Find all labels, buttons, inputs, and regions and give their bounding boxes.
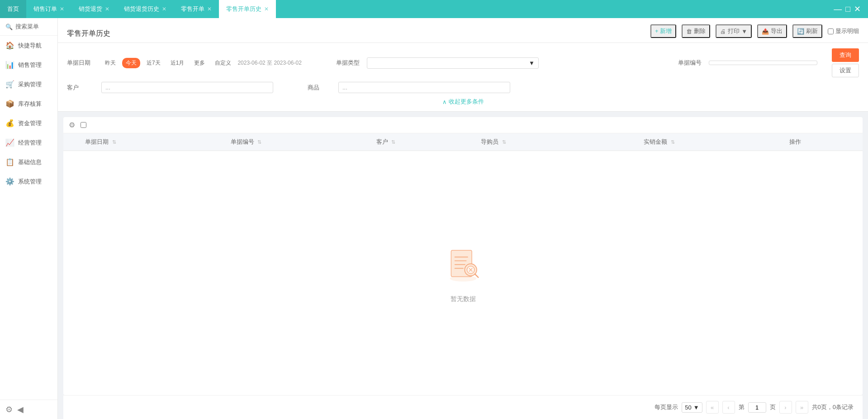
date-btn-1month[interactable]: 近1月 [167, 58, 188, 68]
sidebar-item-basic-info[interactable]: 📋 基础信息 [0, 152, 57, 172]
select-all-checkbox[interactable] [81, 122, 86, 128]
sidebar-bottom: ⚙ ◀ [0, 400, 57, 419]
tab-retail-open-label: 零售开单 [181, 5, 204, 13]
sidebar-item-sales-mgmt[interactable]: 📊 销售管理 [0, 55, 57, 75]
refresh-button[interactable]: 🔄 刷新 [792, 24, 822, 38]
date-btn-7days[interactable]: 近7天 [143, 58, 164, 68]
display-detail-checkbox[interactable] [828, 28, 834, 34]
date-btn-custom[interactable]: 自定义 [211, 58, 235, 68]
display-detail-toggle[interactable]: 显示明细 [828, 27, 859, 35]
pagination-last-btn[interactable]: » [796, 401, 808, 414]
pagination-total: 共0页，0条记录 [812, 403, 854, 411]
col-date[interactable]: 单据日期 ⇅ [80, 133, 225, 151]
col-action-label: 操作 [789, 138, 801, 145]
display-detail-label: 显示明细 [835, 27, 859, 35]
col-num-label: 单据编号 [231, 138, 254, 145]
date-btn-yesterday[interactable]: 昨天 [101, 58, 119, 68]
tab-retail-open-history[interactable]: 零售开单历史 ✕ [219, 0, 276, 18]
doc-num-input[interactable] [709, 61, 817, 65]
col-amount-sort-icon: ⇅ [671, 139, 675, 145]
window-maximize-btn[interactable]: □ [845, 5, 850, 14]
pagination-prev-btn[interactable]: ‹ [722, 401, 735, 414]
product-label: 商品 [308, 84, 335, 92]
quick-nav-icon: 🏠 [5, 41, 14, 50]
page-label: 第 [739, 403, 745, 411]
col-num-sort-icon: ⇅ [257, 139, 261, 145]
page-size-dropdown-icon: ▼ [693, 404, 699, 411]
sidebar-item-inventory[interactable]: 📦 库存核算 [0, 94, 57, 113]
sidebar-item-system[interactable]: ⚙️ 系统管理 [0, 172, 57, 191]
tab-sales-order-close[interactable]: ✕ [60, 6, 64, 12]
pagination-first-btn[interactable]: « [706, 401, 719, 414]
sidebar-search[interactable]: 🔍 搜索菜单 [0, 18, 57, 36]
tab-retail-open[interactable]: 零售开单 ✕ [174, 0, 219, 18]
tab-sales-return-history-close[interactable]: ✕ [162, 6, 166, 12]
sidebar-settings-icon[interactable]: ⚙ [5, 405, 13, 414]
sidebar-item-purchase-mgmt-label: 采购管理 [18, 80, 42, 89]
sidebar-search-label: 搜索菜单 [15, 23, 39, 31]
col-spacer [601, 133, 638, 151]
window-minimize-btn[interactable]: — [834, 5, 842, 14]
filter-row-2: 客户 ... 商品 ... [67, 82, 859, 93]
window-controls: — □ ✕ [834, 4, 868, 14]
tab-retail-open-close[interactable]: ✕ [207, 6, 212, 12]
page-size-select[interactable]: 50 ▼ [682, 402, 702, 413]
product-input[interactable]: ... [338, 82, 510, 93]
operations-icon: 📈 [5, 138, 14, 147]
sidebar-item-system-label: 系统管理 [18, 178, 42, 186]
col-amount[interactable]: 实销金额 ⇅ [638, 133, 784, 151]
table-settings-icon[interactable]: ⚙ [69, 121, 75, 129]
page-number-input[interactable]: 1 [748, 402, 766, 413]
export-button[interactable]: 📤 导出 [757, 24, 787, 38]
delete-button[interactable]: 🗑 删除 [682, 24, 710, 38]
col-date-label: 单据日期 [85, 138, 109, 145]
sidebar-item-basic-info-label: 基础信息 [18, 158, 42, 166]
pagination: 每页显示 50 ▼ « ‹ 第 1 页 › » 共0页，0条记录 [63, 395, 863, 419]
tab-retail-open-history-close[interactable]: ✕ [264, 6, 269, 12]
col-date-sort-icon: ⇅ [112, 139, 116, 145]
per-page-label: 每页显示 [655, 403, 678, 411]
col-salesperson[interactable]: 导购员 ⇅ [475, 133, 601, 151]
sidebar-item-quick-nav[interactable]: 🏠 快捷导航 [0, 36, 57, 55]
pagination-next-btn[interactable]: › [779, 401, 792, 414]
product-value: ... [342, 84, 347, 91]
settings-query-button[interactable]: 设置 [832, 64, 859, 77]
tab-sales-return-label: 销货退货 [79, 5, 102, 13]
add-button[interactable]: + 新增 [650, 24, 676, 38]
col-customer-sort-icon: ⇅ [391, 139, 395, 145]
collapse-row: ∧ 收起更多条件 [67, 98, 859, 106]
refresh-label: 刷新 [806, 27, 818, 35]
window-close-btn[interactable]: ✕ [854, 4, 861, 14]
filter-area: 单据日期 昨天 今天 近7天 近1月 更多 自定义 2023-06-02 至 2… [58, 43, 868, 112]
sidebar-collapse-icon[interactable]: ◀ [17, 405, 24, 414]
sidebar-item-finance[interactable]: 💰 资金管理 [0, 113, 57, 133]
print-label: 打印 [728, 27, 740, 35]
query-button[interactable]: 查询 [832, 48, 859, 62]
doc-type-select[interactable]: ▼ [367, 57, 539, 69]
collapse-button[interactable]: ∧ 收起更多条件 [442, 98, 484, 106]
customer-value: ... [105, 84, 110, 91]
tab-home[interactable]: 首页 [0, 0, 26, 18]
print-button[interactable]: 🖨 打印 ▼ [716, 24, 752, 38]
customer-input[interactable]: ... [101, 82, 273, 93]
data-table: 单据日期 ⇅ 单据编号 ⇅ 客户 ⇅ 导购员 ⇅ [63, 133, 863, 151]
date-btn-today[interactable]: 今天 [122, 58, 140, 68]
date-filter-label: 单据日期 [67, 59, 94, 67]
basic-info-icon: 📋 [5, 158, 14, 166]
export-label: 导出 [771, 27, 783, 35]
tab-sales-order[interactable]: 销售订单 ✕ [26, 0, 71, 18]
tab-sales-return[interactable]: 销货退货 ✕ [71, 0, 117, 18]
sidebar-item-operations[interactable]: 📈 经营管理 [0, 133, 57, 152]
export-icon: 📤 [762, 28, 769, 35]
tab-retail-open-history-label: 零售开单历史 [226, 5, 261, 13]
col-num[interactable]: 单据编号 ⇅ [225, 133, 371, 151]
top-navigation: 首页 销售订单 ✕ 销货退货 ✕ 销货退货历史 ✕ 零售开单 ✕ 零售开单历史 … [0, 0, 868, 18]
col-customer[interactable]: 客户 ⇅ [371, 133, 476, 151]
finance-icon: 💰 [5, 119, 14, 127]
date-btn-more[interactable]: 更多 [190, 58, 209, 68]
date-range-display: 2023-06-02 至 2023-06-02 [237, 59, 301, 67]
tab-sales-return-history[interactable]: 销货退货历史 ✕ [117, 0, 174, 18]
sidebar-item-purchase-mgmt[interactable]: 🛒 采购管理 [0, 75, 57, 94]
tab-sales-return-history-label: 销货退货历史 [124, 5, 159, 13]
tab-sales-return-close[interactable]: ✕ [105, 6, 109, 12]
